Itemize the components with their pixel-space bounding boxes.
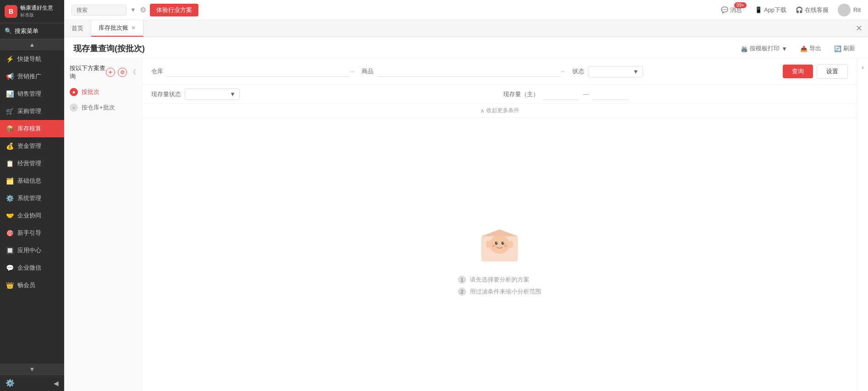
top-bar-settings-icon[interactable]: ⚙: [140, 5, 146, 14]
sidebar-item-marketing[interactable]: 📢 营销推广: [0, 68, 64, 85]
filter-row-2: 现存量状态 ▼ 现存量（主） —: [142, 85, 857, 104]
sidebar-item-label: 快捷导航: [17, 55, 41, 63]
sidebar-scroll-down[interactable]: ▼: [0, 364, 64, 375]
tip-text-2: 用过滤条件来缩小分析范围: [470, 288, 541, 296]
sidebar-scroll-up[interactable]: ▲: [0, 39, 64, 50]
appstore-icon: 🔲: [5, 246, 14, 255]
warehouse-label: 仓库: [151, 67, 167, 76]
status-select[interactable]: ▼: [588, 66, 643, 77]
top-search-input[interactable]: [71, 5, 126, 16]
svg-point-6: [501, 241, 504, 244]
collapse-chevron-icon: ∧: [480, 108, 484, 114]
filter-batch-label: 按批次: [82, 88, 99, 96]
filter-item-by-warehouse-batch[interactable]: ○ 按仓库+批次: [64, 100, 142, 115]
svg-point-8: [503, 242, 504, 243]
settings-btn[interactable]: 设置: [817, 64, 848, 79]
sidebar-item-inventory[interactable]: 📦 库存核算: [0, 120, 64, 137]
sidebar-item-label: 新手引导: [17, 229, 41, 237]
download-icon: 📱: [755, 6, 762, 13]
right-close-icon: ›: [862, 63, 864, 71]
svg-point-4: [489, 235, 510, 254]
sidebar-item-operations[interactable]: 📋 经营管理: [0, 155, 64, 172]
stock-status-field: 现存量状态 ▼: [151, 88, 496, 100]
top-bar-dropdown-icon[interactable]: ▼: [130, 6, 136, 13]
stock-status-label: 现存量状态: [151, 90, 185, 98]
print-dropdown-icon[interactable]: ▼: [781, 45, 787, 52]
avatar: [838, 4, 851, 16]
messages-btn[interactable]: 💬 消息 99+: [721, 6, 742, 14]
headset-icon: 🎧: [796, 6, 803, 13]
sidebar-item-label: 采购管理: [17, 107, 41, 115]
sidebar-item-label: 畅会员: [17, 281, 35, 289]
sidebar-item-label: 系统管理: [17, 194, 41, 202]
enterprise-icon: 🤝: [5, 212, 14, 220]
goods-more-icon[interactable]: ···: [560, 68, 565, 75]
tab-home[interactable]: 首页: [64, 21, 91, 36]
sidebar-item-newbie[interactable]: 🎯 新手引导: [0, 224, 64, 242]
right-panel-close[interactable]: ›: [857, 59, 868, 391]
search-menu[interactable]: 🔍 搜索菜单: [0, 23, 64, 39]
tip-text-1: 请先选择要分析的方案: [470, 276, 529, 284]
print-btn[interactable]: 🖨️ 按模板打印 ▼: [737, 43, 791, 54]
sidebar-item-label: 库存核算: [17, 125, 41, 133]
status-label: 状态: [572, 67, 588, 76]
sidebar-item-wechat[interactable]: 💬 企业微信: [0, 259, 64, 277]
sidebar-item-enterprise[interactable]: 🤝 企业协同: [0, 207, 64, 224]
filter-add-btn[interactable]: +: [106, 68, 115, 77]
refresh-btn[interactable]: 🔄 刷新: [830, 43, 859, 54]
filter-warehouse-batch-icon: ○: [70, 103, 78, 112]
tab-close-right[interactable]: ✕: [850, 23, 868, 33]
collapse-more-label: 收起更多条件: [486, 107, 519, 114]
collapse-more-btn[interactable]: ∧ 收起更多条件: [142, 104, 857, 118]
query-btn[interactable]: 查询: [783, 65, 813, 78]
search-icon: 🔍: [5, 27, 12, 34]
warehouse-filter-field: 仓库 ···: [151, 66, 354, 77]
top-bar: ▼ ⚙ 体验行业方案 💬 消息 99+ 📱 App下载 🎧 在线客服 Rit: [64, 0, 868, 20]
message-icon: 💬: [721, 6, 728, 13]
stock-quantity-max-input[interactable]: [593, 89, 629, 100]
tab-inventory-batch[interactable]: 库存批次账 ✕: [91, 20, 143, 37]
stock-quantity-field: 现存量（主） —: [503, 89, 848, 100]
filter-item-by-batch[interactable]: ● 按批次: [64, 84, 142, 100]
query-area: 仓库 ··· 商品 ··· 状态: [142, 59, 857, 391]
warehouse-input[interactable]: [167, 66, 350, 77]
tab-close-icon[interactable]: ✕: [131, 25, 136, 31]
warehouse-more-icon[interactable]: ···: [350, 68, 354, 75]
status-dropdown-icon: ▼: [633, 68, 639, 75]
experience-btn[interactable]: 体验行业方案: [150, 4, 198, 16]
customer-service-btn[interactable]: 🎧 在线客服: [796, 6, 829, 14]
empty-icon: [472, 213, 527, 268]
sidebar-item-purchase[interactable]: 🛒 采购管理: [0, 103, 64, 120]
svg-point-10: [504, 244, 507, 247]
stock-status-dropdown-icon: ▼: [230, 91, 236, 98]
sidebar-item-system[interactable]: ⚙️ 系统管理: [0, 190, 64, 207]
tab-inventory-batch-label: 库存批次账: [99, 24, 128, 32]
svg-point-12: [509, 241, 513, 248]
stock-status-select[interactable]: ▼: [185, 88, 240, 100]
sidebar-item-members[interactable]: 👑 畅会员: [0, 277, 64, 294]
tip-number-2: 2: [458, 288, 466, 296]
filter-sidebar-title: 按以下方案查询: [70, 64, 106, 81]
sidebar-item-finance[interactable]: 💰 资金管理: [0, 137, 64, 155]
edition-label: 标准版: [20, 12, 53, 18]
sidebar-item-quick-nav[interactable]: ⚡ 快捷导航: [0, 50, 64, 68]
svg-marker-1: [481, 229, 500, 236]
sidebar-item-appstore[interactable]: 🔲 应用中心: [0, 242, 64, 259]
filter-collapse-btn[interactable]: 《: [130, 68, 136, 76]
sidebar-item-basic[interactable]: 🗂️ 基础信息: [0, 172, 64, 190]
tab-home-label: 首页: [71, 24, 83, 33]
export-btn[interactable]: 📤 导出: [797, 43, 825, 54]
filter-settings-btn[interactable]: ⚙: [118, 68, 127, 77]
user-avatar-btn[interactable]: Rit: [838, 4, 861, 16]
sidebar-item-sales[interactable]: 📊 销售管理: [0, 85, 64, 103]
sidebar-settings-icon[interactable]: ⚙️: [5, 379, 15, 387]
stock-quantity-separator: —: [579, 91, 593, 98]
company-name: 畅康通好生意: [20, 5, 53, 12]
app-download-btn[interactable]: 📱 App下载: [755, 6, 786, 14]
sidebar-item-label: 企业微信: [17, 264, 41, 272]
sidebar-collapse-icon[interactable]: ◀: [54, 380, 59, 387]
goods-filter-field: 商品 ···: [362, 66, 565, 77]
filter-batch-icon: ●: [70, 88, 78, 96]
goods-input[interactable]: [377, 66, 560, 77]
stock-quantity-min-input[interactable]: [543, 89, 579, 100]
